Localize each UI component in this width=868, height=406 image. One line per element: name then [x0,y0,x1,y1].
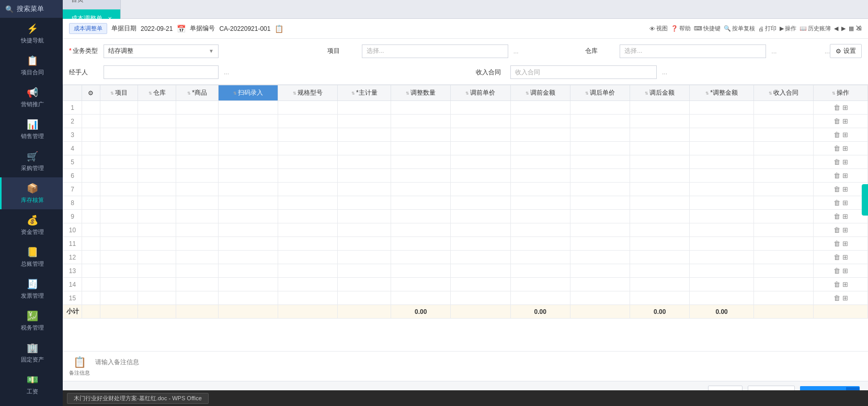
cell-spec-11[interactable] [278,237,338,251]
income-contract-input[interactable]: 收入合同 [510,65,657,79]
sidebar-item-ops-mgmt[interactable]: 📈经营管理 [0,401,63,406]
cell-before_price-3[interactable] [451,128,510,142]
cell-before_amount-2[interactable] [510,115,570,128]
delete-btn-14[interactable]: 🗑 [833,280,840,288]
cell-warehouse-8[interactable] [138,196,176,210]
cell-warehouse-4[interactable] [138,142,176,155]
copy-btn-2[interactable]: ⊞ [842,117,848,125]
cell-after_price-4[interactable] [570,142,630,155]
cell-after_price-13[interactable] [570,264,630,278]
cell-project-10[interactable] [100,223,138,237]
cell-settings-1[interactable] [82,101,100,115]
col-header-after_price[interactable]: ⇅调后单价 [570,85,630,101]
cell-income_contract-3[interactable] [753,128,813,142]
taskbar-item-0[interactable]: 木门行业好业财处理方案-墓红红.doc - WPS Office [67,393,209,404]
delete-btn-8[interactable]: 🗑 [833,199,840,207]
cell-goods-2[interactable] [176,115,219,128]
cell-after_amount-9[interactable] [630,210,690,223]
col-header-goods[interactable]: ⇅*商品 [176,85,219,101]
cell-scan-12[interactable] [218,251,278,264]
cell-before_amount-4[interactable] [510,142,570,155]
sidebar-search[interactable]: 🔍 搜索菜单 [0,0,63,18]
cell-adjust_amount-8[interactable] [690,196,753,210]
cell-after_amount-2[interactable] [630,115,690,128]
nav-prev[interactable]: ◀ [834,25,838,32]
cell-income_contract-11[interactable] [753,237,813,251]
agent-dots[interactable]: ... [224,69,229,76]
table-container[interactable]: ⚙⇅项目⇅仓库⇅*商品⇅扫码录入⇅规格型号⇅*主计量⇅调整数量⇅调前单价⇅调前金… [63,85,868,351]
cell-settings-12[interactable] [82,251,100,264]
cell-before_price-9[interactable] [451,210,510,223]
cell-adjust_qty-3[interactable] [391,128,451,142]
cell-after_amount-8[interactable] [630,196,690,210]
cell-project-7[interactable] [100,183,138,196]
copy-btn-6[interactable]: ⊞ [842,172,848,179]
cell-income_contract-9[interactable] [753,210,813,223]
cell-before_price-10[interactable] [451,223,510,237]
cell-after_amount-1[interactable] [630,101,690,115]
sidebar-item-purchase-mgmt[interactable]: 🛒采购管理 [0,145,63,177]
cell-settings-8[interactable] [82,196,100,210]
cell-before_amount-5[interactable] [510,155,570,169]
cell-settings-9[interactable] [82,210,100,223]
cell-after_amount-10[interactable] [630,223,690,237]
delete-btn-15[interactable]: 🗑 [833,294,840,302]
cell-before_price-14[interactable] [451,278,510,291]
col-header-spec[interactable]: ⇅规格型号 [278,85,338,101]
cell-adjust_qty-5[interactable] [391,155,451,169]
delete-btn-12[interactable]: 🗑 [833,253,840,261]
cell-unit-11[interactable] [338,237,391,251]
cell-before_price-8[interactable] [451,196,510,210]
copy-btn-12[interactable]: ⊞ [842,253,848,261]
cell-goods-4[interactable] [176,142,219,155]
cell-income_contract-1[interactable] [753,101,813,115]
side-indicator[interactable] [862,184,868,216]
cell-after_price-12[interactable] [570,251,630,264]
cell-spec-4[interactable] [278,142,338,155]
cell-income_contract-15[interactable] [753,291,813,305]
cell-before_amount-1[interactable] [510,101,570,115]
cell-before_amount-10[interactable] [510,223,570,237]
cell-after_price-5[interactable] [570,155,630,169]
cell-after_amount-3[interactable] [630,128,690,142]
cell-project-14[interactable] [100,278,138,291]
col-header-before_amount[interactable]: ⇅调前金额 [510,85,570,101]
cell-settings-13[interactable] [82,264,100,278]
cell-adjust_amount-10[interactable] [690,223,753,237]
cell-project-13[interactable] [100,264,138,278]
cell-income_contract-12[interactable] [753,251,813,264]
sidebar-item-sales-mgmt[interactable]: 📊销售管理 [0,114,63,145]
copy-btn-10[interactable]: ⊞ [842,226,848,234]
cell-goods-13[interactable] [176,264,219,278]
cell-before_price-6[interactable] [451,169,510,183]
cell-after_price-6[interactable] [570,169,630,183]
agent-input[interactable] [104,65,219,79]
cell-goods-6[interactable] [176,169,219,183]
cell-scan-8[interactable] [218,196,278,210]
cell-after_price-10[interactable] [570,223,630,237]
cell-unit-8[interactable] [338,196,391,210]
cell-adjust_qty-10[interactable] [391,223,451,237]
cell-adjust_qty-11[interactable] [391,237,451,251]
project-input[interactable]: 选择... [362,44,508,58]
warehouse-dots[interactable]: ... [771,48,776,55]
cell-spec-14[interactable] [278,278,338,291]
cell-after_amount-11[interactable] [630,237,690,251]
cell-project-5[interactable] [100,155,138,169]
cell-project-9[interactable] [100,210,138,223]
cell-settings-6[interactable] [82,169,100,183]
cell-spec-2[interactable] [278,115,338,128]
sidebar-item-fund-mgmt[interactable]: 💰资金管理 [0,209,63,241]
delete-btn-13[interactable]: 🗑 [833,267,840,275]
cell-adjust_qty-15[interactable] [391,291,451,305]
cell-before_amount-15[interactable] [510,291,570,305]
cell-spec-5[interactable] [278,155,338,169]
cell-spec-12[interactable] [278,251,338,264]
cell-adjust_qty-2[interactable] [391,115,451,128]
copy-btn-9[interactable]: ⊞ [842,212,848,220]
cell-spec-8[interactable] [278,196,338,210]
cell-income_contract-13[interactable] [753,264,813,278]
cell-unit-5[interactable] [338,155,391,169]
cell-unit-15[interactable] [338,291,391,305]
cell-scan-9[interactable] [218,210,278,223]
